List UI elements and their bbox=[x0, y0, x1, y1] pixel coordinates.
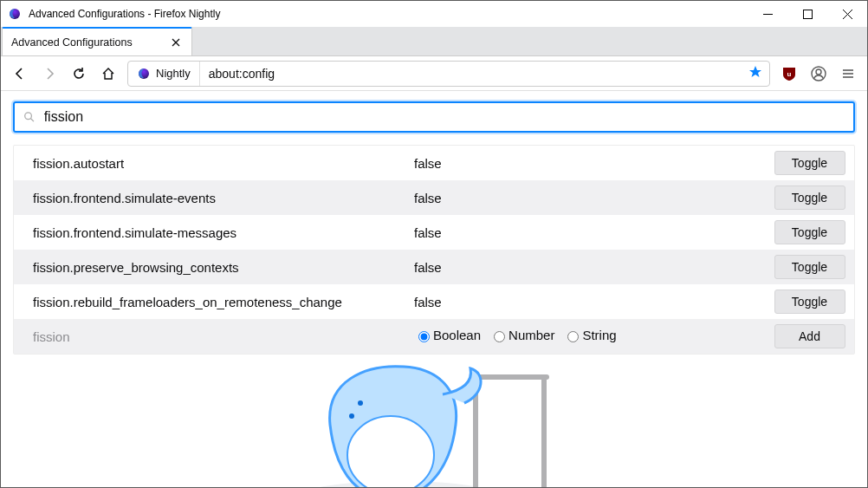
firefox-nightly-icon bbox=[8, 7, 22, 21]
ublock-icon[interactable]: u bbox=[775, 61, 803, 87]
account-icon[interactable] bbox=[805, 61, 832, 87]
svg-point-15 bbox=[347, 416, 434, 487]
pref-value: false bbox=[414, 295, 772, 309]
menu-icon[interactable] bbox=[834, 61, 862, 87]
pref-name: fission.frontend.simulate-events bbox=[33, 191, 414, 205]
bookmark-star-icon[interactable] bbox=[748, 65, 762, 81]
identity-box[interactable]: Nightly bbox=[128, 62, 200, 86]
pref-name: fission.frontend.simulate-messages bbox=[33, 225, 414, 240]
svg-rect-2 bbox=[803, 10, 812, 18]
new-pref-row: fissionBooleanNumberStringAdd bbox=[14, 319, 854, 354]
pref-row: fission.preserve_browsing_contextsfalseT… bbox=[14, 250, 854, 284]
window-title: Advanced Configurations - Firefox Nightl… bbox=[29, 8, 748, 20]
close-window-button[interactable] bbox=[827, 1, 867, 27]
content-area: fission.autostartfalseTogglefission.fron… bbox=[1, 91, 867, 487]
pref-name: fission.autostart bbox=[33, 156, 414, 171]
type-radio-string[interactable]: String bbox=[563, 328, 616, 342]
identity-label: Nightly bbox=[156, 67, 191, 80]
svg-line-19 bbox=[31, 119, 34, 121]
svg-point-16 bbox=[358, 400, 363, 406]
toggle-button[interactable]: Toggle bbox=[774, 185, 845, 210]
back-button[interactable] bbox=[6, 61, 34, 87]
url-bar[interactable]: Nightly about:config bbox=[127, 61, 770, 87]
pref-value: false bbox=[414, 191, 772, 205]
config-search-box[interactable] bbox=[13, 101, 855, 133]
prefs-table: fission.autostartfalseTogglefission.fron… bbox=[13, 145, 855, 355]
forward-button[interactable] bbox=[36, 61, 63, 87]
new-pref-name: fission bbox=[33, 329, 414, 344]
minimize-button[interactable] bbox=[748, 1, 787, 27]
tab-title: Advanced Configurations bbox=[11, 36, 169, 49]
pref-row: fission.rebuild_frameloaders_on_remotene… bbox=[14, 284, 854, 319]
tab-active[interactable]: Advanced Configurations bbox=[2, 27, 192, 55]
new-pref-type-selector: BooleanNumberString bbox=[414, 328, 772, 345]
config-search-input[interactable] bbox=[42, 108, 845, 126]
svg-text:u: u bbox=[787, 70, 792, 78]
svg-point-17 bbox=[349, 413, 354, 419]
tabstrip: Advanced Configurations bbox=[1, 27, 867, 56]
svg-point-10 bbox=[816, 69, 821, 75]
tab-close-icon[interactable] bbox=[169, 36, 183, 49]
background-illustration bbox=[1, 342, 867, 487]
url-text: about:config bbox=[200, 67, 748, 81]
svg-point-14 bbox=[295, 481, 503, 487]
pref-row: fission.frontend.simulate-eventsfalseTog… bbox=[14, 180, 854, 215]
type-radio-boolean[interactable]: Boolean bbox=[414, 328, 481, 342]
reload-button[interactable] bbox=[65, 61, 93, 87]
maximize-button[interactable] bbox=[787, 1, 827, 27]
home-button[interactable] bbox=[94, 61, 122, 87]
svg-point-18 bbox=[25, 113, 32, 120]
pref-row: fission.autostartfalseToggle bbox=[14, 146, 854, 180]
type-radio-number[interactable]: Number bbox=[489, 328, 554, 342]
pref-name: fission.preserve_browsing_contexts bbox=[33, 260, 414, 275]
firefox-nightly-icon bbox=[137, 67, 151, 81]
pref-row: fission.frontend.simulate-messagesfalseT… bbox=[14, 215, 854, 250]
pref-value: false bbox=[414, 156, 772, 171]
pref-value: false bbox=[414, 225, 772, 240]
search-icon bbox=[23, 111, 36, 123]
add-button[interactable]: Add bbox=[774, 324, 845, 348]
toggle-button[interactable]: Toggle bbox=[774, 290, 845, 314]
nav-toolbar: Nightly about:config u bbox=[1, 56, 867, 91]
toggle-button[interactable]: Toggle bbox=[774, 151, 845, 175]
pref-name: fission.rebuild_frameloaders_on_remotene… bbox=[33, 295, 414, 309]
toggle-button[interactable]: Toggle bbox=[774, 220, 845, 244]
titlebar: Advanced Configurations - Firefox Nightl… bbox=[1, 1, 867, 27]
toggle-button[interactable]: Toggle bbox=[774, 255, 845, 279]
pref-value: false bbox=[414, 260, 772, 275]
